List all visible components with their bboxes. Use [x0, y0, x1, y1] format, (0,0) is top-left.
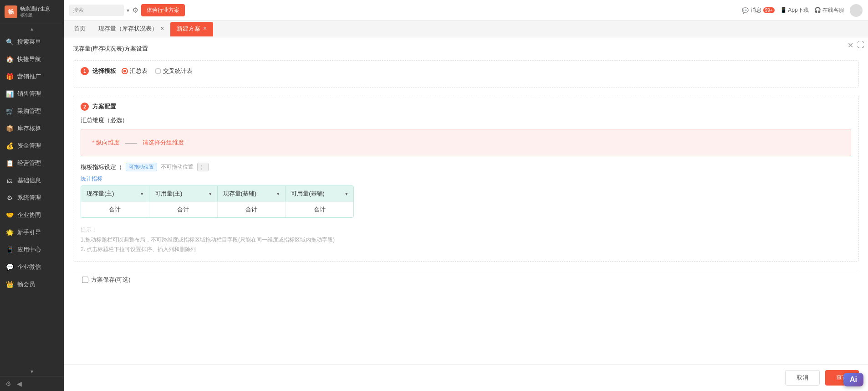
sidebar-item-purchase[interactable]: 🛒 采购管理 [0, 103, 64, 120]
radio-cross-label: 交叉统计表 [163, 67, 193, 75]
close-panel-icon[interactable]: ✕ [848, 41, 853, 50]
section2-title: 方案配置 [92, 103, 116, 111]
tab-new-plan[interactable]: 新建方案 ✕ [170, 22, 213, 36]
trial-button[interactable]: 体验行业方案 [141, 4, 185, 16]
radio-summary-label: 汇总表 [130, 67, 148, 75]
ai-float-button[interactable]: Ai [843, 373, 863, 386]
sidebar-item-label: 采购管理 [17, 107, 41, 115]
save-row: 方案保存(可选) [73, 270, 859, 289]
sidebar-item-finance[interactable]: 💰 资金管理 [0, 137, 64, 154]
messages-label: 消息 [751, 6, 761, 14]
topbar-search-display: 搜索 [69, 5, 124, 16]
user-avatar[interactable] [850, 4, 863, 17]
sidebar: 畅 畅康通好生意 标准版 ▲ 🔍 搜索菜单 🏠 快捷导航 🎁 营销推广 📊 销售… [0, 0, 64, 391]
table-cell-0-1: 合计 [149, 202, 218, 217]
table-header-cell-0[interactable]: 现存量(主) ▾ [81, 186, 149, 201]
sidebar-item-base-info[interactable]: 🗂 基础信息 [0, 172, 64, 189]
radio-cross-dot [155, 68, 161, 74]
sidebar-item-label: 快捷导航 [17, 55, 41, 63]
topbar-settings-icon[interactable]: ⚙ [132, 6, 138, 15]
table-header-cell-2[interactable]: 现存量(基辅) ▾ [218, 186, 286, 201]
topbar-right: 💬 消息 99+ 📱 App下载 🎧 在线客服 [742, 4, 863, 17]
panel-controls: ✕ ⛶ [848, 41, 864, 50]
new-plan-tab-label: 新建方案 [177, 25, 200, 33]
radio-summary[interactable]: 汇总表 [122, 67, 148, 75]
sidebar-item-label: 营销推广 [17, 72, 41, 81]
logo-icon: 畅 [5, 5, 17, 18]
table-cell-0-2: 合计 [218, 202, 286, 217]
sidebar-item-search[interactable]: 🔍 搜索菜单 [0, 33, 64, 51]
stats-label: 统计指标 [81, 175, 851, 183]
main-area: 搜索 ▾ ⚙ 体验行业方案 💬 消息 99+ 📱 App下载 🎧 在线客服 [64, 0, 868, 391]
sidebar-item-new-guide[interactable]: 🌟 新手引导 [0, 224, 64, 241]
table-header-cell-1[interactable]: 可用量(主) ▾ [149, 186, 218, 201]
mobile-icon: 📱 [5, 246, 14, 254]
topbar: 搜索 ▾ ⚙ 体验行业方案 💬 消息 99+ 📱 App下载 🎧 在线客服 [64, 0, 868, 21]
save-checkbox[interactable] [82, 277, 88, 283]
header-label-0: 现存量(主) [87, 190, 114, 198]
table-body: 合计 合计 合计 合计 [81, 201, 353, 217]
indicator-settings-label: 模板指标设定（ 可拖动位置 不可拖动位置 ） [81, 163, 851, 171]
app-name-block: 畅康通好生意 标准版 [20, 5, 50, 18]
tips-section: 提示： 1.拖动标题栏可以调整布局，不可跨维度或指标区域拖动栏目字段(只能在同一… [81, 225, 851, 255]
messages-button[interactable]: 💬 消息 99+ [742, 6, 775, 14]
collapse-icon[interactable]: ◀ [17, 380, 22, 387]
gear-icon: ⚙ [5, 194, 14, 202]
app-download-link[interactable]: 📱 App下载 [780, 6, 809, 14]
sidebar-item-label: 基础信息 [17, 176, 41, 185]
table-header: 现存量(主) ▾ 可用量(主) ▾ 现存量(基辅) ▾ [81, 186, 353, 201]
handshake-icon: 🤝 [5, 211, 14, 219]
sidebar-item-inventory[interactable]: 📦 库存核算 [0, 120, 64, 137]
inventory-tab-close[interactable]: ✕ [160, 26, 164, 31]
sidebar-item-system[interactable]: ⚙ 系统管理 [0, 189, 64, 206]
cancel-button[interactable]: 取消 [785, 370, 820, 386]
settings-icon[interactable]: ⚙ [5, 380, 11, 387]
crown-icon: 👑 [5, 280, 14, 288]
header-chevron-2[interactable]: ▾ [277, 191, 280, 197]
section-plan-config: 2 方案配置 汇总维度（必选） * 纵向维度 —— 请选择分组维度 模板指标设定… [73, 96, 859, 262]
message-icon: 💬 [742, 7, 749, 14]
app-name: 畅康通好生意 [20, 5, 50, 12]
topbar-dropdown-icon[interactable]: ▾ [127, 7, 129, 14]
sidebar-item-label: 搜索菜单 [17, 38, 41, 46]
settings-panel: ✕ ⛶ 现存量(库存状况表)方案设置 1 选择模板 汇总表 [64, 37, 868, 364]
indicator-label-suffix: 不可拖动位置 [161, 163, 194, 171]
new-plan-tab-close[interactable]: ✕ [203, 26, 207, 31]
header-chevron-3[interactable]: ▾ [345, 191, 348, 197]
box-icon: 📦 [5, 124, 14, 133]
expand-panel-icon[interactable]: ⛶ [857, 41, 864, 50]
sidebar-item-sales[interactable]: 📊 销售管理 [0, 85, 64, 103]
sidebar-scroll-down[interactable]: ▼ [0, 367, 64, 376]
header-chevron-0[interactable]: ▾ [141, 191, 143, 197]
header-chevron-1[interactable]: ▾ [209, 191, 212, 197]
sidebar-item-wechat[interactable]: 💬 企业微信 [0, 258, 64, 276]
home-icon: 🏠 [5, 55, 14, 63]
content-area: ✕ ⛶ 现存量(库存状况表)方案设置 1 选择模板 汇总表 [64, 37, 868, 364]
sidebar-item-marketing[interactable]: 🎁 营销推广 [0, 68, 64, 85]
sidebar-scroll-up[interactable]: ▲ [0, 24, 64, 33]
headset-icon: 🎧 [814, 7, 821, 13]
money-icon: 💰 [5, 142, 14, 150]
sidebar-item-members[interactable]: 👑 畅会员 [0, 276, 64, 293]
sidebar-item-quick-nav[interactable]: 🏠 快捷导航 [0, 51, 64, 68]
header-label-3: 可用量(基辅) [291, 190, 325, 198]
sidebar-item-app-center[interactable]: 📱 应用中心 [0, 241, 64, 258]
sidebar-item-operations[interactable]: 📋 经营管理 [0, 154, 64, 172]
indicator-label-prefix: 模板指标设定（ [81, 163, 122, 171]
sidebar-item-contract[interactable]: 🤝 企业协同 [0, 206, 64, 224]
save-label: 方案保存(可选) [91, 276, 131, 284]
online-service-link[interactable]: 🎧 在线客服 [814, 6, 844, 14]
dimension-box[interactable]: * 纵向维度 —— 请选择分组维度 [81, 129, 851, 156]
sidebar-item-label: 企业协同 [17, 211, 41, 219]
tab-inventory[interactable]: 现存量（库存状况表） ✕ [92, 22, 170, 36]
table-header-cell-3[interactable]: 可用量(基辅) ▾ [286, 186, 353, 201]
inventory-tab-label: 现存量（库存状况表） [98, 25, 158, 33]
sidebar-item-label: 应用中心 [17, 246, 41, 254]
radio-cross[interactable]: 交叉统计表 [155, 67, 193, 75]
tab-home[interactable]: 首页 [67, 22, 92, 36]
sidebar-bottom: ⚙ ◀ [0, 376, 64, 391]
header-label-1: 可用量(主) [155, 190, 183, 198]
dimension-label: 汇总维度（必选） [81, 116, 851, 124]
table-cell-0-3: 合计 [286, 202, 353, 217]
app-logo: 畅 畅康通好生意 标准版 [0, 0, 64, 24]
